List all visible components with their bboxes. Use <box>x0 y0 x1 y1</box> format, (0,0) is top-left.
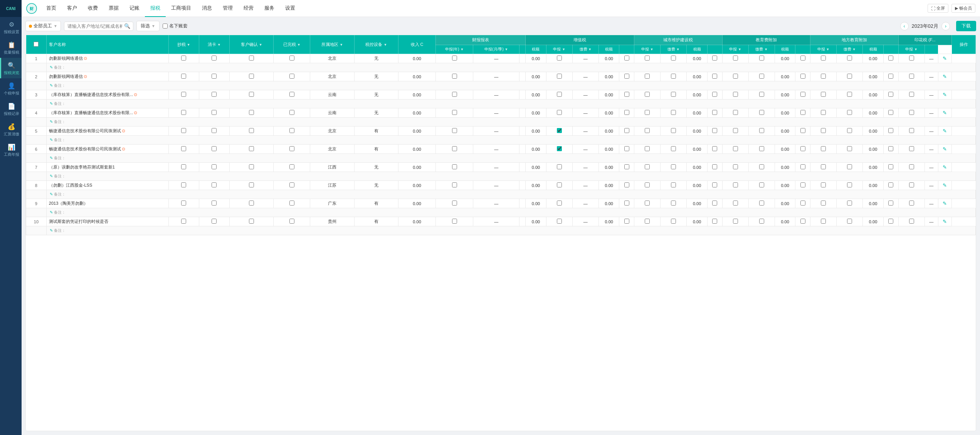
city-pay-checkbox[interactable] <box>671 201 676 206</box>
local-declare-checkbox[interactable] <box>821 164 826 169</box>
vat-extra-checkbox[interactable] <box>624 110 629 115</box>
th-paid-tax[interactable]: 已完税 ▼ <box>274 35 310 54</box>
city-pay-checkbox[interactable] <box>671 92 676 97</box>
copy-tax-checkbox[interactable] <box>181 146 186 151</box>
local-declare-checkbox[interactable] <box>821 146 826 151</box>
city-declare-checkbox[interactable] <box>645 92 650 97</box>
city-pay-checkbox[interactable] <box>671 219 676 224</box>
sidebar-item-annual-report[interactable]: 📊 工商年报 <box>0 140 22 160</box>
fin-year-checkbox[interactable] <box>452 56 457 61</box>
local-pay-checkbox[interactable] <box>847 74 852 79</box>
clear-card-checkbox[interactable] <box>212 219 217 224</box>
sidebar-item-batch-tax[interactable]: 📋 批量报税 <box>0 37 22 58</box>
sidebar-item-personal-tax[interactable]: 👤 个税申报 <box>0 78 22 99</box>
stamp-declare-checkbox[interactable] <box>909 146 914 151</box>
clear-card-checkbox[interactable] <box>212 201 217 206</box>
th-copy-tax[interactable]: 抄税 ▼ <box>168 35 199 54</box>
fullscreen-button[interactable]: ⛶ 全屏 <box>928 4 948 13</box>
prev-date-button[interactable]: ‹ <box>900 22 909 30</box>
local-extra-checkbox[interactable] <box>888 74 893 79</box>
th-income[interactable]: 收入 C <box>398 35 436 54</box>
local-extra-checkbox[interactable] <box>888 182 893 187</box>
vat-extra-checkbox[interactable] <box>624 164 629 169</box>
city-pay-checkbox[interactable] <box>671 146 676 151</box>
th-edu-pay[interactable]: 缴费 ▼ <box>748 45 775 54</box>
local-extra-checkbox[interactable] <box>888 128 893 133</box>
local-extra-checkbox[interactable] <box>888 110 893 115</box>
accounts-checkbox[interactable] <box>163 24 168 29</box>
member-button[interactable]: ▶ 畅会员 <box>951 4 975 13</box>
vat-declare-checkbox[interactable] <box>557 74 562 79</box>
sidebar-item-tax-record[interactable]: 📄 报税记录 <box>0 99 22 119</box>
nav-operation[interactable]: 经营 <box>238 0 259 17</box>
local-pay-checkbox[interactable] <box>847 110 852 115</box>
download-button[interactable]: 下载 <box>956 21 976 31</box>
edu-extra-checkbox[interactable] <box>800 219 805 224</box>
edu-declare-checkbox[interactable] <box>733 92 738 97</box>
edit-icon[interactable]: ✎ <box>943 56 947 61</box>
edu-extra-checkbox[interactable] <box>800 182 805 187</box>
city-extra-checkbox[interactable] <box>712 92 717 97</box>
paid-tax-checkbox[interactable] <box>289 128 294 133</box>
city-extra-checkbox[interactable] <box>712 164 717 169</box>
edu-extra-checkbox[interactable] <box>800 164 805 169</box>
th-stamp-declare[interactable]: 申报 ▼ <box>898 45 925 54</box>
edit-icon[interactable]: ✎ <box>943 201 947 206</box>
fin-year-checkbox[interactable] <box>452 219 457 224</box>
local-extra-checkbox[interactable] <box>888 146 893 151</box>
clear-card-checkbox[interactable] <box>212 56 217 61</box>
sidebar-item-tax-browse[interactable]: 🔍 报税浏览 <box>0 58 22 78</box>
city-declare-checkbox[interactable] <box>645 182 650 187</box>
stamp-declare-checkbox[interactable] <box>909 92 914 97</box>
client-confirm-checkbox[interactable] <box>249 146 254 151</box>
edu-pay-checkbox[interactable] <box>759 110 764 115</box>
paid-tax-checkbox[interactable] <box>289 110 294 115</box>
copy-tax-checkbox[interactable] <box>181 74 186 79</box>
th-fin-month[interactable]: 申报(月/季) ▼ <box>473 45 519 54</box>
vat-extra-checkbox[interactable] <box>624 92 629 97</box>
th-tax-device[interactable]: 税控设备 ▼ <box>354 35 398 54</box>
copy-tax-checkbox[interactable] <box>181 219 186 224</box>
stamp-declare-checkbox[interactable] <box>909 74 914 79</box>
paid-tax-checkbox[interactable] <box>289 201 294 206</box>
vat-declare-checkbox[interactable] <box>557 182 562 187</box>
city-extra-checkbox[interactable] <box>712 56 717 61</box>
city-extra-checkbox[interactable] <box>712 219 717 224</box>
edit-icon[interactable]: ✎ <box>943 74 947 79</box>
vat-extra-checkbox[interactable] <box>624 128 629 133</box>
local-declare-checkbox[interactable] <box>821 219 826 224</box>
local-declare-checkbox[interactable] <box>821 182 826 187</box>
paid-tax-checkbox[interactable] <box>289 92 294 97</box>
client-confirm-checkbox[interactable] <box>249 219 254 224</box>
edit-icon[interactable]: ✎ <box>943 146 947 152</box>
edu-pay-checkbox[interactable] <box>759 92 764 97</box>
th-region[interactable]: 所属地区 ▼ <box>310 35 354 54</box>
stamp-declare-checkbox[interactable] <box>909 56 914 61</box>
checkbox-label[interactable]: 名下账套 <box>163 23 188 29</box>
edu-pay-checkbox[interactable] <box>759 128 764 133</box>
city-pay-checkbox[interactable] <box>671 74 676 79</box>
th-city-pay[interactable]: 缴费 ▼ <box>661 45 687 54</box>
city-extra-checkbox[interactable] <box>712 110 717 115</box>
fin-year-checkbox[interactable] <box>452 128 457 133</box>
copy-tax-checkbox[interactable] <box>181 128 186 133</box>
vat-declare-checkbox[interactable] <box>557 164 562 169</box>
paid-tax-checkbox[interactable] <box>289 164 294 169</box>
edu-pay-checkbox[interactable] <box>759 74 764 79</box>
copy-tax-checkbox[interactable] <box>181 164 186 169</box>
th-clear-card[interactable]: 清卡 ▼ <box>199 35 229 54</box>
city-pay-checkbox[interactable] <box>671 164 676 169</box>
stamp-declare-checkbox[interactable] <box>909 110 914 115</box>
nav-client[interactable]: 客户 <box>62 0 82 17</box>
city-declare-checkbox[interactable] <box>645 164 650 169</box>
vat-extra-checkbox[interactable] <box>624 182 629 187</box>
city-declare-checkbox[interactable] <box>645 110 650 115</box>
city-pay-checkbox[interactable] <box>671 56 676 61</box>
nav-commerce[interactable]: 工商项目 <box>166 0 197 17</box>
edit-icon[interactable]: ✎ <box>943 110 947 116</box>
city-extra-checkbox[interactable] <box>712 201 717 206</box>
edit-icon[interactable]: ✎ <box>943 219 947 224</box>
vat-declare-checkbox[interactable] <box>557 56 562 61</box>
city-declare-checkbox[interactable] <box>645 219 650 224</box>
client-confirm-checkbox[interactable] <box>249 164 254 169</box>
